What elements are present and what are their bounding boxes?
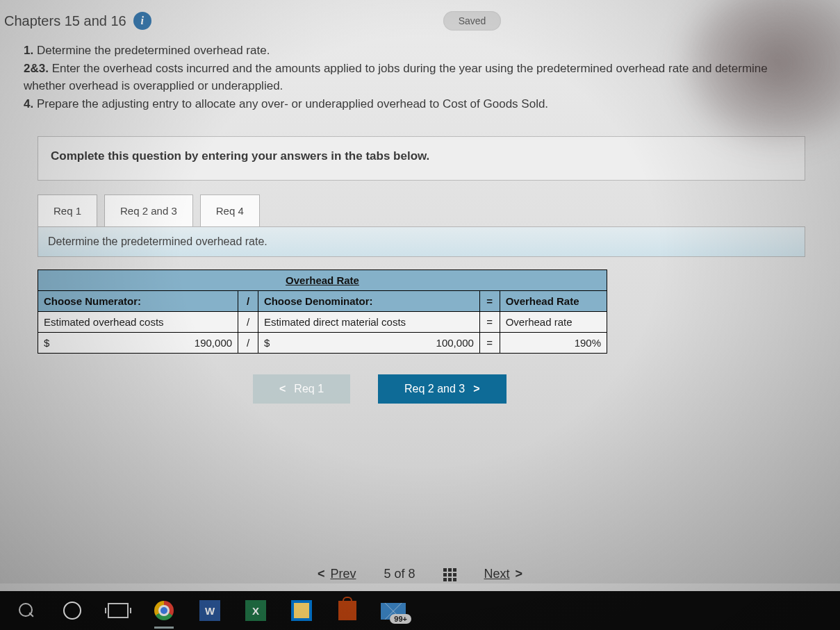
chevron-left-icon: <	[279, 383, 286, 395]
cell-eq-1: =	[479, 312, 500, 333]
chapter-title: Chapters 15 and 16	[4, 13, 126, 29]
table-header-row: Choose Numerator: / Choose Denominator: …	[38, 291, 607, 312]
next-req-button[interactable]: Req 2 and 3 >	[378, 374, 507, 404]
excel-icon[interactable]: X	[243, 598, 268, 623]
overhead-rate-table-wrap: Overhead Rate Choose Numerator: / Choose…	[38, 270, 805, 354]
cell-numerator-value[interactable]: $ 190,000	[38, 333, 238, 354]
table-label-row: Estimated overhead costs / Estimated dir…	[38, 312, 607, 333]
prev-req-label: Req 1	[294, 383, 324, 395]
cell-slash-1: /	[238, 312, 258, 333]
subheading-bar: Determine the predetermined overhead rat…	[38, 226, 805, 257]
cell-slash-2: /	[238, 333, 258, 354]
cell-result-label: Overhead rate	[500, 312, 607, 333]
next-label: Next	[484, 567, 510, 581]
search-icon[interactable]	[14, 598, 39, 623]
question-counter: 5 of 8	[384, 567, 415, 581]
table-value-row: $ 190,000 / $ 100,000 = 190%	[38, 333, 607, 354]
chevron-left-icon: <	[318, 567, 325, 581]
saved-pill: Saved	[443, 11, 502, 31]
th-result: Overhead Rate	[500, 291, 607, 312]
cell-eq-2: =	[479, 333, 500, 354]
cell-result-value: 190%	[500, 333, 607, 354]
tab-req2and3[interactable]: Req 2 and 3	[104, 194, 193, 226]
tab-req4[interactable]: Req 4	[200, 194, 260, 226]
mail-badge-count: 99+	[390, 614, 411, 624]
cell-denominator-label[interactable]: Estimated direct material costs	[258, 312, 479, 333]
th-denominator: Choose Denominator:	[258, 291, 479, 312]
grid-icon	[443, 568, 456, 581]
instruction-line-2: 2&3. Enter the overhead costs incurred a…	[24, 60, 812, 95]
numerator-currency: $	[44, 337, 49, 349]
tabs-container: Req 1 Req 2 and 3 Req 4 Determine the pr…	[38, 194, 805, 404]
instruction-num-1: 1.	[24, 44, 33, 57]
info-icon[interactable]: i	[133, 12, 151, 30]
instruction-num-2: 2&3.	[24, 62, 49, 75]
store-icon[interactable]	[335, 598, 360, 623]
mail-icon[interactable]: 99+	[381, 598, 406, 623]
instruction-line-1: 1. Determine the predetermined overhead …	[24, 42, 812, 60]
th-numerator: Choose Numerator:	[38, 291, 238, 312]
header-row: Chapters 15 and 16 i Saved	[4, 7, 819, 39]
next-req-label: Req 2 and 3	[404, 383, 465, 395]
table-title-row: Overhead Rate	[38, 270, 607, 291]
instruction-text-1: Determine the predetermined overhead rat…	[33, 44, 270, 57]
chevron-right-icon: >	[516, 567, 523, 581]
grid-menu-button[interactable]	[443, 567, 456, 581]
question-nav-bar: < Prev 5 of 8 Next >	[0, 567, 840, 581]
table-title: Overhead Rate	[38, 270, 607, 291]
prev-label: Prev	[330, 567, 356, 581]
tab-row: Req 1 Req 2 and 3 Req 4	[38, 194, 805, 226]
task-view-icon[interactable]	[106, 598, 131, 623]
windows-taskbar: W X 99+	[0, 591, 840, 630]
instruction-text-3: Prepare the adjusting entry to allocate …	[33, 97, 548, 110]
chrome-icon[interactable]	[151, 598, 176, 623]
req-nav-buttons: < Req 1 Req 2 and 3 >	[253, 374, 805, 404]
file-explorer-icon[interactable]	[289, 598, 314, 623]
complete-instruction-box: Complete this question by entering your …	[38, 136, 805, 181]
cortana-icon[interactable]	[60, 598, 85, 623]
word-icon[interactable]: W	[197, 598, 222, 623]
prev-req-button: < Req 1	[253, 374, 350, 404]
instruction-line-3: 4. Prepare the adjusting entry to alloca…	[24, 95, 812, 113]
chevron-right-icon: >	[473, 383, 479, 395]
numerator-amount: 190,000	[195, 337, 232, 349]
instruction-text-2: Enter the overhead costs incurred and th…	[24, 62, 768, 93]
overhead-rate-table: Overhead Rate Choose Numerator: / Choose…	[38, 270, 607, 354]
page-content: Chapters 15 and 16 i Saved 1. Determine …	[0, 0, 840, 583]
prev-question-button[interactable]: < Prev	[318, 567, 356, 581]
next-question-button[interactable]: Next >	[484, 567, 523, 581]
instructions-block: 1. Determine the predetermined overhead …	[4, 39, 819, 124]
denominator-amount: 100,000	[436, 337, 474, 349]
tab-req1[interactable]: Req 1	[38, 194, 97, 226]
instruction-num-3: 4.	[24, 97, 33, 110]
th-slash: /	[238, 291, 258, 312]
denominator-currency: $	[264, 337, 270, 349]
cell-numerator-label[interactable]: Estimated overhead costs	[38, 312, 238, 333]
th-equals: =	[479, 291, 500, 312]
cell-denominator-value[interactable]: $ 100,000	[258, 333, 479, 354]
